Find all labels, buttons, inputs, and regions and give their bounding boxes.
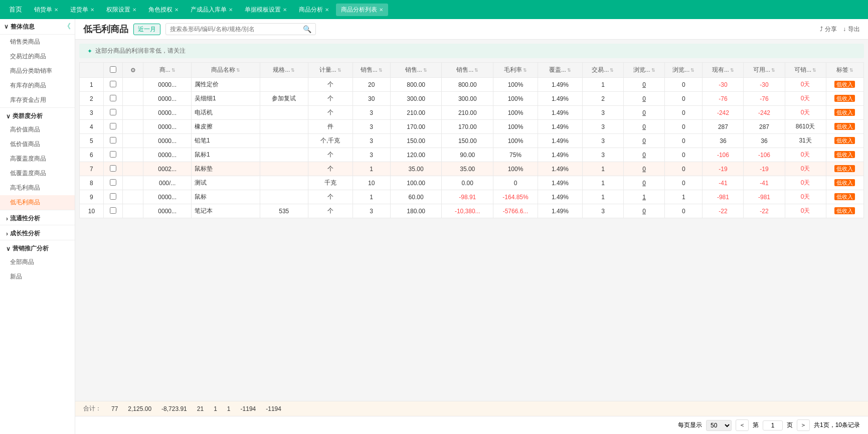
col-stock1-header[interactable]: 现有...⇅ [703,63,744,78]
nav-permission[interactable]: 权限设置 ✕ [101,4,141,16]
row-select-checkbox[interactable] [110,165,116,172]
col-gear-header[interactable]: ⚙ [123,63,143,78]
nav-analysis-list-close[interactable]: ✕ [379,7,383,13]
sidebar-item-new-goods[interactable]: 新品 [0,269,75,284]
nav-template-close[interactable]: ✕ [283,7,287,13]
row-view1[interactable]: 0 [624,148,665,162]
row-price1: 800.00 [390,78,442,92]
filter-period-button[interactable]: 近一月 [133,24,160,35]
sidebar-item-high-margin[interactable]: 高毛利商品 [0,181,75,195]
row-checkbox[interactable] [103,120,122,134]
col-stock2-header[interactable]: 可用...⇅ [744,63,785,78]
row-checkbox[interactable] [103,148,122,162]
col-sku-header[interactable]: 商...⇅ [143,63,192,78]
sidebar-item-traded-goods[interactable]: 交易过的商品 [0,49,75,64]
row-select-checkbox[interactable] [110,95,116,101]
sidebar-item-sales-goods[interactable]: 销售类商品 [0,35,75,49]
col-qty-header[interactable]: 销售...⇅ [353,63,390,78]
row-select-checkbox[interactable] [110,109,116,115]
nav-finished-goods-close[interactable]: ✕ [229,7,233,13]
row-name: 测试 [192,176,260,190]
row-checkbox[interactable] [103,134,122,148]
row-view1[interactable]: 0 [624,106,665,120]
sidebar-item-high-value[interactable]: 高价值商品 [0,122,75,137]
share-button[interactable]: ⤴ 分享 [820,25,837,34]
nav-purchase-close[interactable]: ✕ [90,7,94,13]
row-select-checkbox[interactable] [110,137,116,143]
col-cover-header[interactable]: 覆盖...⇅ [538,63,582,78]
row-gross: 100% [493,134,538,148]
row-checkbox[interactable] [103,162,122,176]
row-view1[interactable]: 0 [624,120,665,134]
nav-role[interactable]: 角色授权 ✕ [143,4,184,16]
row-gross: 100% [493,162,538,176]
row-view1[interactable]: 0 [624,204,665,218]
sidebar-item-in-stock[interactable]: 有库存的商品 [0,78,75,93]
row-view1[interactable]: 0 [624,162,665,176]
nav-home[interactable]: 首页 [4,3,27,16]
nav-analysis-close[interactable]: ✕ [325,7,329,13]
nav-permission-close[interactable]: ✕ [132,7,136,13]
col-trade-header[interactable]: 交易...⇅ [582,63,623,78]
per-page-select[interactable]: 50 100 200 [706,420,732,431]
row-view1[interactable]: 0 [624,134,665,148]
row-select-checkbox[interactable] [110,179,116,186]
row-stock2: -981 [744,190,785,204]
nav-sales[interactable]: 销货单 ✕ [29,4,63,16]
sidebar-collapse-icon[interactable]: 《 [64,22,71,31]
nav-finished-goods[interactable]: 产成品入库单 ✕ [186,4,238,16]
row-select-checkbox[interactable] [110,123,116,129]
top-navigation: 首页 销货单 ✕ 进货单 ✕ 权限设置 ✕ 角色授权 ✕ 产成品入库单 ✕ 单据… [0,0,868,19]
row-view1[interactable]: 1 [624,190,665,204]
search-input[interactable] [170,26,303,33]
page-number-input[interactable] [763,420,783,430]
row-view1[interactable]: 0 [624,78,665,92]
sidebar-item-low-coverage[interactable]: 低覆盖度商品 [0,166,75,181]
col-price2-header[interactable]: 销售...⇅ [442,63,493,78]
sidebar-item-all-goods[interactable]: 全部商品 [0,255,75,269]
row-spec [260,134,308,148]
col-view1-header[interactable]: 浏览...⇅ [624,63,665,78]
next-page-button[interactable]: ＞ [797,419,810,431]
row-checkbox[interactable] [103,106,122,120]
nav-role-close[interactable]: ✕ [175,7,179,13]
row-checkbox[interactable] [103,176,122,190]
row-select-checkbox[interactable] [110,193,116,200]
sidebar-item-category-rate[interactable]: 商品分类助销率 [0,64,75,78]
row-view1[interactable]: 0 [624,176,665,190]
search-icon[interactable]: 🔍 [303,25,311,33]
export-button[interactable]: ↓ 导出 [843,25,860,34]
row-days: 0天 [785,78,826,92]
col-gross-header[interactable]: 毛利率⇅ [493,63,538,78]
row-checkbox[interactable] [103,204,122,218]
row-select-checkbox[interactable] [110,151,116,158]
row-checkbox[interactable] [103,92,122,106]
row-view1[interactable]: 0 [624,92,665,106]
nav-analysis-list[interactable]: 商品分析列表 ✕ [336,4,388,16]
sidebar-item-low-value[interactable]: 低价值商品 [0,137,75,152]
col-view2-header[interactable]: 浏览...⇅ [665,63,703,78]
col-tag-header[interactable]: 标签⇅ [826,63,863,78]
col-unit-header[interactable]: 计量...⇅ [308,63,353,78]
row-cover: 1.49% [538,190,582,204]
nav-analysis[interactable]: 商品分析 ✕ [294,4,334,16]
col-name-header[interactable]: 商品名称⇅ [192,63,260,78]
nav-sales-close[interactable]: ✕ [54,7,58,13]
row-checkbox[interactable] [103,190,122,204]
row-select-checkbox[interactable] [110,81,116,87]
row-name: 鼠标垫 [192,162,260,176]
row-checkbox[interactable] [103,78,122,92]
row-price2: 300.00 [442,92,493,106]
row-select-checkbox[interactable] [110,207,116,214]
table-row: 3 0000... 电话机 个 3 210.00 210.00 100% 1.4… [80,106,864,120]
select-all-checkbox[interactable] [110,66,116,73]
col-days-header[interactable]: 可销...⇅ [785,63,826,78]
col-spec-header[interactable]: 规格...⇅ [260,63,308,78]
sidebar-item-low-margin[interactable]: 低毛利商品 [0,195,75,210]
nav-template[interactable]: 单据模板设置 ✕ [240,4,292,16]
sidebar-item-high-coverage[interactable]: 高覆盖度商品 [0,152,75,166]
sidebar-item-capital[interactable]: 库存资金占用 [0,93,75,107]
nav-purchase[interactable]: 进货单 ✕ [65,4,99,16]
col-price1-header[interactable]: 销售...⇅ [390,63,442,78]
prev-page-button[interactable]: ＜ [736,419,749,431]
